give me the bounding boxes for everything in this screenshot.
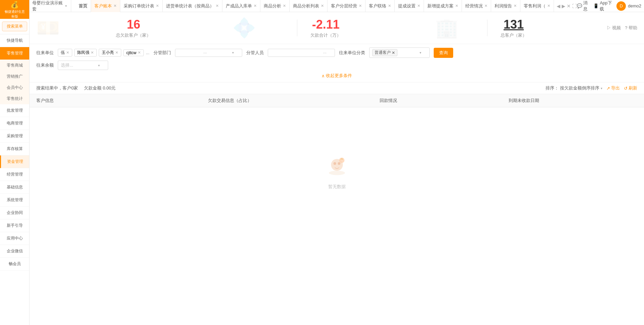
sidebar-item-app[interactable]: 应用中心 [0,232,29,245]
tab-expand-icon[interactable]: ⛶ [572,3,577,9]
tab-left-arrow-icon[interactable]: ◀ [557,3,560,9]
tab-retail-profit-close-icon[interactable]: ✕ [547,4,550,8]
tab-product-list-close-icon[interactable]: ✕ [321,4,324,8]
table-section: 客户信息 欠款交易信息（占比） 回款情况 到期未收款日期 暂无数据 [30,94,644,325]
sidebar-item-member2[interactable]: 畅会员 [0,258,29,270]
more-tags-btn[interactable]: ... [146,50,149,55]
person-select[interactable]: ··· [268,49,335,57]
sidebar-item-operation[interactable]: 经营管理 [0,168,29,181]
search-menu-button[interactable]: 搜索菜单 [2,22,27,31]
sidebar-item-inventory[interactable]: 库存核算 [0,143,29,155]
tab-product-list[interactable]: 商品分析列表 ✕ [290,0,328,12]
unit-category-tag: 普通客户 ✕ [372,49,397,56]
unit-category-select[interactable]: 普通客户 ✕ ▾ [369,47,430,58]
help-btn[interactable]: ? 帮助 [625,25,637,31]
unit-label: 往来单位 [36,50,54,56]
unit-tag-wu-close[interactable]: ✕ [66,50,69,55]
tab-close-all-icon[interactable]: ✕ [567,3,571,9]
dept-more-icon: ··· [203,50,207,55]
logo: 💰 畅捷通好生意 标版 [0,0,29,19]
tab-inbound[interactable]: 进货单统计表（按商品） ✕ [163,0,222,12]
sidebar-item-ecommerce[interactable]: 电商管理 [0,117,29,130]
filter-section: 往来单位 伍 ✕ 陈民强 ✕ 王小亮 ✕ cjttcw ✕ ... [30,44,644,82]
sort-label: 排序： [546,85,559,91]
tab-customer-tier-close-icon[interactable]: ✕ [359,4,362,8]
tab-purchase-order[interactable]: 采购订单统计表 ✕ [120,0,163,12]
sidebar-item-enterprise[interactable]: 企业协同 [0,207,29,219]
sort-value: 按欠款金额倒序排序 [560,85,599,91]
collapse-button[interactable]: ∧ 收起更多条件 [321,73,352,79]
sidebar-sub-item-marketing[interactable]: 营销推广 [0,71,29,82]
tab-cost-in-close-icon[interactable]: ✕ [254,4,257,8]
refresh-button[interactable]: ↺ 刷新 [624,85,637,91]
sidebar-item-basic[interactable]: 基础信息 [0,181,29,194]
filter-row-2: 往来余额 选择... ▾ [36,61,637,70]
video-help-btn[interactable]: ▷ 视频 [607,25,621,31]
sidebar-item-wx[interactable]: 企业微信 [0,245,29,258]
tab-customer-contact-close-icon[interactable]: ✕ [388,4,391,8]
sidebar-search-area[interactable]: 搜索菜单 [0,19,29,34]
avatar: D [616,1,626,11]
balance-arrow-icon: ▾ [98,64,100,67]
sidebar-item-system[interactable]: 系统管理 [0,194,29,207]
tab-promo-settings[interactable]: 提成设置 ✕ [395,0,424,12]
tab-profit-report-close-icon[interactable]: ✕ [514,4,517,8]
tab-customer-contact[interactable]: 客户联络 ✕ [366,0,395,12]
tab-cost-in[interactable]: 产成品入库单 ✕ [222,0,260,12]
sidebar-sub-item-member[interactable]: 会员中心 [0,82,29,93]
logo-subtext: 标版 [11,14,18,19]
user-area[interactable]: D demo2 [616,1,641,11]
stat-clients-label: 总客户（家） [501,32,527,38]
industry-label: 母婴行业演示账套 [32,0,64,12]
tab-new-promo[interactable]: 新增提成方案 ✕ [424,0,462,12]
header-actions: ▷ 视频 ? 帮助 [607,25,637,31]
tab-product-analysis[interactable]: 商品分析 ✕ [260,0,290,12]
export-icon: ↗ [606,86,610,91]
unit-category-arrow-icon: ▾ [420,51,421,55]
tab-profit-report[interactable]: 利润报告 ✕ [491,0,520,12]
tab-purchase-order-close-icon[interactable]: ✕ [156,4,159,8]
tab-operation-status-close-icon[interactable]: ✕ [484,4,487,8]
tab-customer-tier[interactable]: 客户分层经营 ✕ [328,0,366,12]
stat-debt-value: -2.11 [310,17,341,32]
tab-customers-close-icon[interactable]: ✕ [114,4,117,8]
top-nav-right: 💬 消息 📱 App下载 D demo2 [577,0,641,12]
sort-select[interactable]: 排序： 按欠款金额倒序排序 ▾ [546,85,602,91]
tab-home[interactable]: 首页 [75,0,91,12]
sidebar-item-capital[interactable]: 资金管理 [0,155,29,168]
tab-customers[interactable]: 客户账本 ✕ [91,0,120,12]
unit-tag-wang-close[interactable]: ✕ [115,50,118,55]
tab-retail-profit[interactable]: 零售利润（ ✕ [520,0,554,12]
sidebar-item-newbie[interactable]: 新手引导 [0,219,29,232]
top-nav: 母婴行业演示账套 ▾ 首页 客户账本 ✕ 采购订单统计表 ✕ 进货单统计表（按商… [30,0,644,12]
balance-label: 往来余额 [36,62,54,68]
export-button[interactable]: ↗ 导出 [606,85,620,91]
tab-inbound-close-icon[interactable]: ✕ [216,4,219,8]
unit-tag-cjttcw-close[interactable]: ✕ [138,50,141,55]
sidebar-item-wholesale[interactable]: 批发管理 [0,104,29,117]
balance-select[interactable]: 选择... ▾ [58,61,108,70]
stat-customers-value: 16 [116,17,151,32]
tab-right-arrow-icon[interactable]: ▶ [562,3,565,9]
unit-category-label: 往来单位分类 [339,50,365,56]
unit-tag-chen-close[interactable]: ✕ [91,50,94,55]
stat-container: 16 总欠款客户（家） -2.11 欠款合计（万） 131 总客户（家） [36,17,607,38]
industry-selector[interactable]: 母婴行业演示账套 ▾ [32,0,71,12]
tab-operation-status[interactable]: 经营情况 ✕ [462,0,491,12]
query-button[interactable]: 查询 [434,48,453,58]
sidebar-sub-item-retail-stat[interactable]: 零售统计 [0,93,29,104]
empty-text: 暂无数据 [328,184,346,190]
tab-product-analysis-close-icon[interactable]: ✕ [283,4,286,8]
sidebar-sub-item-mall[interactable]: 零售商城 [0,60,29,71]
sidebar-item-retail[interactable]: 零售管理 [0,47,29,60]
app-download-button[interactable]: 📱 App下载 [593,0,612,12]
dept-select[interactable]: ··· ▾ [175,49,242,57]
sidebar-item-purchase[interactable]: 采购管理 [0,130,29,143]
unit-tags: 伍 ✕ 陈民强 ✕ 王小亮 ✕ cjttcw ✕ ... [58,49,149,57]
sidebar-item-quick[interactable]: 快捷导航 [0,34,29,47]
tab-promo-settings-close-icon[interactable]: ✕ [417,4,420,8]
tab-new-promo-close-icon[interactable]: ✕ [455,4,458,8]
message-button[interactable]: 💬 消息 [577,0,590,12]
unit-category-tag-close[interactable]: ✕ [392,50,395,55]
results-text: 搜索结果中，客户0家 欠款金额 0.00元 [36,85,116,91]
